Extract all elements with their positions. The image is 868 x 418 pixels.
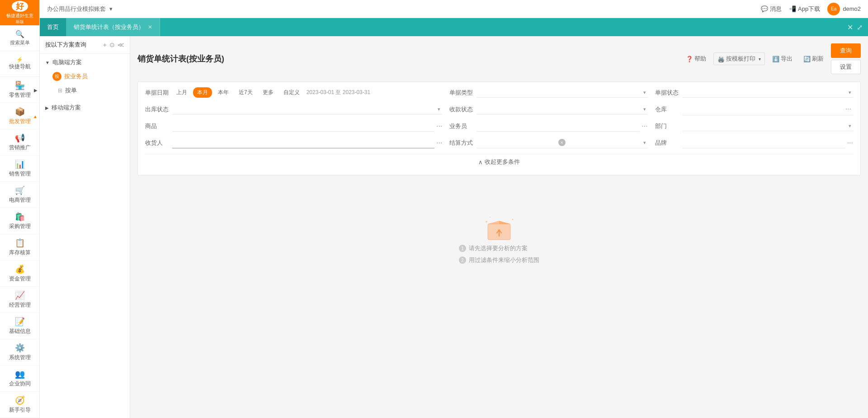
- svg-point-4: [512, 219, 514, 220]
- sidebar-item-marketing[interactable]: 📢 营销推广: [0, 129, 39, 156]
- brand-input[interactable]: [682, 138, 845, 148]
- filter-row-1: 单据日期 上月 本月 本年 近7天 更多 自定义 2023-03-01 至 20…: [145, 87, 853, 98]
- date-tab-last-month[interactable]: 上月: [172, 87, 191, 98]
- ecommerce-icon: 🛒: [15, 185, 25, 195]
- dept-select[interactable]: ▾: [682, 121, 853, 131]
- sidebar-item-ecommerce[interactable]: 🛒 电商管理: [0, 182, 39, 208]
- filter-type: 单据类型 ▾: [449, 88, 647, 98]
- logo-text: 畅捷通好生意标版: [6, 13, 33, 25]
- mobile-scheme-group-header[interactable]: ▶ 移动端方案: [40, 101, 130, 114]
- collapse-up-arrow: ∧: [478, 159, 483, 166]
- filter-row-2: 出库状态 ▾ 收款状态 ▾ 仓库: [145, 103, 853, 115]
- type-select[interactable]: ▾: [476, 88, 647, 98]
- app-download-button[interactable]: 📲 App下载: [789, 5, 820, 13]
- sidebar-item-inventory[interactable]: 📋 库存核算: [0, 234, 39, 261]
- empty-tip-2: 2 用过滤条件来缩小分析范围: [459, 256, 539, 264]
- export-button[interactable]: ⬇️ 导出: [769, 53, 796, 65]
- guide-icon: 🧭: [15, 395, 25, 405]
- collapse-conditions-button[interactable]: ∧ 收起更多条件: [145, 154, 853, 170]
- quick-nav-button[interactable]: ⚡ 快捷导航: [0, 53, 39, 75]
- collect-status-select[interactable]: ▾: [476, 104, 647, 114]
- status-select[interactable]: ▾: [682, 88, 853, 98]
- sidebar-item-retail[interactable]: 🏪 零售管理 ▶: [0, 77, 39, 103]
- svg-point-3: [486, 221, 487, 223]
- industry-dropdown-arrow: ▾: [109, 5, 113, 12]
- setting-button[interactable]: 设置: [831, 60, 861, 74]
- page-title-actions: ❓ 帮助 🖨️ 按模板打印 ▾ ⬇️ 导出 🔄 刷新: [682, 43, 861, 74]
- help-label: 帮助: [694, 55, 706, 63]
- sidebar-item-wholesale[interactable]: 📦 批发管理 ▲: [0, 103, 39, 129]
- scheme-item-by-salesman[interactable]: 按 按业务员: [40, 69, 130, 84]
- desktop-scheme-group: ▼ 电脑端方案 按 按业务员 ⊞ 按单: [40, 54, 130, 99]
- payment-select[interactable]: × ▾: [476, 137, 647, 148]
- operation-icon: 📈: [15, 290, 25, 300]
- sidebar-item-guide[interactable]: 🧭 新手引导: [0, 392, 39, 418]
- date-tab-this-month[interactable]: 本月: [193, 87, 212, 98]
- salesman-dots[interactable]: ···: [642, 122, 647, 130]
- scheme-collapse-button[interactable]: ≪: [118, 41, 124, 48]
- filter-salesman: 业务员 ···: [449, 121, 647, 132]
- scheme-add-button[interactable]: +: [103, 41, 107, 48]
- user-name: demo2: [843, 5, 861, 12]
- help-button[interactable]: ❓ 帮助: [682, 53, 710, 65]
- tab-close-button[interactable]: ✕: [148, 24, 152, 30]
- date-tab-custom[interactable]: 自定义: [279, 87, 304, 98]
- mobile-scheme-label: 移动端方案: [52, 104, 81, 112]
- marketing-icon: 📢: [15, 133, 25, 143]
- out-status-select[interactable]: ▾: [172, 104, 442, 114]
- marketing-label: 营销推广: [9, 144, 31, 152]
- date-tabs: 上月 本月 本年 近7天 更多 自定义: [172, 87, 304, 98]
- date-tab-this-year[interactable]: 本年: [214, 87, 233, 98]
- date-range-display: 2023-03-01 至 2023-03-31: [307, 89, 370, 96]
- tab-home[interactable]: 首页: [40, 18, 66, 36]
- brand-dots[interactable]: ···: [847, 139, 853, 147]
- print-button[interactable]: 🖨️ 按模板打印 ▾: [713, 52, 765, 65]
- window-close-button[interactable]: ✕: [847, 23, 853, 32]
- empty-box-illustration: [481, 208, 517, 244]
- goods-dots[interactable]: ···: [436, 122, 442, 130]
- industry-label: 办公用品行业模拟账套: [47, 5, 106, 13]
- basic-info-icon: 📝: [15, 317, 25, 327]
- receiver-input[interactable]: [172, 138, 434, 148]
- system-icon: ⚙️: [15, 343, 25, 353]
- window-controls: ✕ ⤢: [847, 23, 868, 32]
- date-tab-more[interactable]: 更多: [259, 87, 278, 98]
- sidebar-item-collab[interactable]: 👥 企业协同: [0, 366, 39, 392]
- sidebar-item-basic-info[interactable]: 📝 基础信息: [0, 313, 39, 339]
- collect-status-label: 收款状态: [449, 105, 476, 114]
- out-status-arrow: ▾: [438, 106, 440, 112]
- empty-tips: 1 请先选择要分析的方案 2 用过滤条件来缩小分析范围: [459, 244, 539, 264]
- sidebar-item-system[interactable]: ⚙️ 系统管理: [0, 339, 39, 366]
- sidebar-item-operation[interactable]: 📈 经营管理: [0, 287, 39, 313]
- industry-selector[interactable]: 办公用品行业模拟账套 ▾: [47, 5, 113, 13]
- main-area: 办公用品行业模拟账套 ▾ 💬 消息 📲 App下载 Ea demo2 首页: [40, 0, 868, 418]
- receiver-dots[interactable]: ···: [436, 139, 442, 147]
- sidebar-item-finance[interactable]: 💰 资金管理: [0, 261, 39, 287]
- date-tab-7days[interactable]: 近7天: [235, 87, 257, 98]
- window-maximize-button[interactable]: ⤢: [857, 23, 863, 32]
- guide-label: 新手引导: [9, 406, 31, 414]
- message-button[interactable]: 💬 消息: [761, 5, 782, 13]
- search-icon: 🔍: [15, 30, 24, 38]
- sidebar-item-purchase[interactable]: 🛍️ 采购管理: [0, 208, 39, 234]
- payment-clear-button[interactable]: ×: [558, 139, 566, 146]
- desktop-scheme-group-header[interactable]: ▼ 电脑端方案: [40, 56, 130, 69]
- finance-label: 资金管理: [9, 275, 31, 283]
- query-button[interactable]: 查询: [831, 43, 861, 58]
- warehouse-select[interactable]: ···: [682, 103, 853, 115]
- quick-nav-label: 快捷导航: [9, 63, 31, 71]
- purchase-label: 采购管理: [9, 223, 31, 230]
- tab-sales-stat[interactable]: 销货单统计表（按业务员） ✕: [66, 18, 160, 36]
- scheme-edit-button[interactable]: ⊙: [109, 41, 115, 48]
- empty-tip-1: 1 请先选择要分析的方案: [459, 244, 539, 252]
- salesman-input[interactable]: [476, 121, 640, 132]
- search-menu-button[interactable]: 🔍 搜索菜单: [0, 27, 39, 49]
- refresh-button[interactable]: 🔄 刷新: [800, 53, 827, 65]
- scheme-item-by-order[interactable]: ⊞ 按单: [40, 84, 130, 97]
- warehouse-dots[interactable]: ···: [845, 105, 851, 113]
- refresh-icon: 🔄: [803, 56, 811, 62]
- collapse-label: 收起更多条件: [485, 158, 520, 166]
- user-menu[interactable]: Ea demo2: [827, 3, 861, 15]
- sidebar-item-sales[interactable]: 📊 销售管理: [0, 156, 39, 182]
- goods-input[interactable]: [172, 121, 434, 132]
